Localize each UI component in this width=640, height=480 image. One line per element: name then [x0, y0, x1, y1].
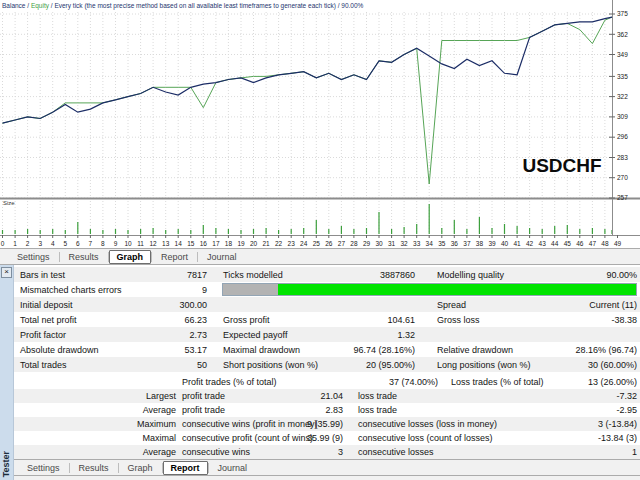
x-tick-label: 19	[237, 240, 245, 247]
x-tick-label: 6	[76, 240, 80, 247]
report-label2: profit trade	[182, 391, 225, 401]
y-tick-label: 283	[617, 154, 628, 161]
y-tick-label: 257	[617, 194, 628, 201]
report-row: Maximumconsecutive wins (profit in money…	[14, 417, 640, 431]
report-value3: 30 (60.00%)	[588, 360, 637, 370]
x-tick-label: 2	[26, 240, 30, 247]
size-bar	[102, 230, 103, 234]
tab-report[interactable]: Report	[152, 251, 197, 263]
size-bar	[554, 226, 555, 234]
report-value2: 3	[338, 447, 343, 457]
x-tick-label: 37	[463, 240, 471, 247]
report-row: Averageprofit trade2.83loss trade-2.95	[14, 403, 640, 417]
size-bar	[165, 230, 166, 234]
size-bar	[378, 212, 379, 234]
tester-graph-pane: 3753623493353223092962832702570123456789…	[0, 0, 640, 248]
report-value2: 9 (35.99)	[307, 419, 343, 429]
size-bar	[316, 220, 317, 234]
report-label3: Gross loss	[437, 315, 480, 325]
x-tick-label: 36	[451, 240, 459, 247]
x-tick-label: 13	[162, 240, 170, 247]
size-bar	[253, 229, 254, 234]
report-value3: 90.00%	[606, 270, 637, 280]
modelling-quality-bar	[222, 283, 637, 296]
tab-settings[interactable]: Settings	[8, 251, 59, 263]
x-tick-label: 26	[325, 240, 333, 247]
report-label2: consecutive wins (profit in money)	[182, 419, 318, 429]
x-tick-label: 16	[200, 240, 208, 247]
x-tick-label: 24	[300, 240, 308, 247]
report-label2: consecutive wins	[182, 447, 250, 457]
size-bar	[52, 229, 53, 234]
report-value2: 2.83	[325, 405, 343, 415]
size-bar	[115, 229, 116, 234]
size-bar	[15, 230, 16, 234]
x-tick-label: 48	[601, 240, 609, 247]
report-value2: 96.74 (28.16%)	[353, 345, 415, 355]
report-row: Initial deposit300.00SpreadCurrent (11)	[14, 297, 640, 312]
x-tick-label: 5	[63, 240, 67, 247]
x-tick-label: 14	[175, 240, 183, 247]
y-tick-label: 296	[617, 133, 628, 140]
size-bar	[328, 229, 329, 234]
size-bar	[517, 226, 518, 234]
y-tick-label: 349	[617, 51, 628, 58]
x-tick-label: 30	[375, 240, 383, 247]
report-label1: Absolute drawdown	[20, 345, 99, 355]
x-tick-label: 43	[539, 240, 547, 247]
report-value3: 1	[632, 447, 637, 457]
legend-balance: Balance	[2, 2, 26, 9]
size-bar	[291, 229, 292, 234]
size-bar	[454, 220, 455, 234]
tab-report[interactable]: Report	[163, 461, 208, 475]
report-value2: 35.99 (9)	[307, 433, 343, 443]
close-tester-button[interactable]: ×	[1, 267, 12, 278]
report-label2: Ticks modelled	[223, 270, 283, 280]
tab-settings[interactable]: Settings	[18, 462, 69, 474]
y-tick-label: 375	[617, 10, 628, 17]
tab-journal[interactable]: Journal	[198, 251, 246, 263]
size-bar	[40, 230, 41, 234]
report-qual: Average	[143, 405, 176, 415]
x-tick-label: 3	[38, 240, 42, 247]
size-bar	[65, 230, 66, 234]
report-value3: Current (11)	[589, 300, 637, 310]
x-tick-label: 20	[250, 240, 258, 247]
report-label1: Bars in test	[20, 270, 65, 280]
y-tick-label: 309	[617, 113, 628, 120]
size-bar	[228, 229, 229, 234]
size-bar	[416, 224, 417, 234]
report-label2: Maximal drawdown	[223, 345, 300, 355]
pane-separator	[0, 198, 640, 200]
report-row: Maximalconsecutive profit (count of wins…	[14, 431, 640, 445]
report-value3: 13 (26.00%)	[588, 377, 637, 387]
x-tick-label: 41	[513, 240, 521, 247]
report-value1: 7817	[187, 270, 207, 280]
x-tick-label: 42	[526, 240, 534, 247]
report-value3: -2.95	[616, 405, 637, 415]
report-label3: consecutive losses (loss in money)	[358, 419, 497, 429]
size-bar	[579, 229, 580, 234]
report-value2: 21.04	[320, 391, 343, 401]
tab-results[interactable]: Results	[70, 462, 118, 474]
tab-results[interactable]: Results	[60, 251, 108, 263]
x-tick-label: 10	[124, 240, 132, 247]
x-tick-label: 9	[114, 240, 118, 247]
x-tick-label: 28	[350, 240, 358, 247]
tab-graph[interactable]: Graph	[109, 250, 152, 264]
size-bar	[140, 229, 141, 234]
tab-journal[interactable]: Journal	[209, 462, 257, 474]
size-bar	[153, 228, 154, 234]
x-tick-label: 15	[187, 240, 195, 247]
x-tick-label: 0	[1, 240, 5, 247]
y-tick-label: 362	[617, 31, 628, 38]
size-bar	[567, 225, 568, 234]
report-label3: Relative drawdown	[437, 345, 513, 355]
report-label1: Initial deposit	[20, 300, 73, 310]
symbol-watermark: USDCHF	[522, 155, 601, 176]
size-bar	[77, 222, 78, 234]
tab-graph[interactable]: Graph	[119, 462, 162, 474]
chart-background	[0, 0, 640, 248]
size-bar	[90, 229, 91, 234]
x-tick-label: 7	[89, 240, 93, 247]
